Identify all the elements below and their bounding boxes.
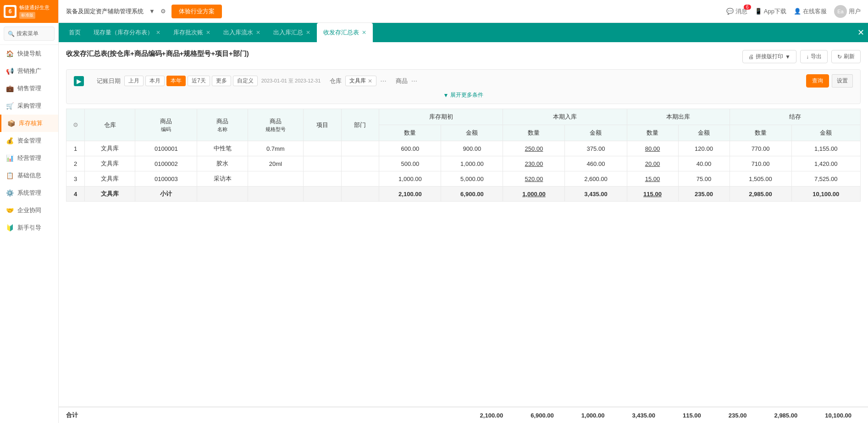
tab-close-icon[interactable]: ✕ xyxy=(156,29,160,36)
online-service-button[interactable]: 👤 在线客服 xyxy=(794,7,827,16)
refresh-button[interactable]: ↻ 刷新 xyxy=(831,50,861,63)
row-goods-name: 胶水 xyxy=(197,156,248,171)
sidebar-item-basic[interactable]: 📋 基础信息 xyxy=(0,167,58,184)
out-qty-link[interactable]: 20.00 xyxy=(645,160,660,167)
row-department xyxy=(341,141,379,156)
date-more[interactable]: 更多 xyxy=(212,76,231,86)
tab-inventory-dist[interactable]: 现存量（库存分布表） ✕ xyxy=(87,23,167,42)
row-goods-name: 中性笔 xyxy=(197,141,248,156)
in-qty-link[interactable]: 230.00 xyxy=(525,160,543,167)
total-in-qty: 1,000.00 xyxy=(581,412,605,419)
tab-close-icon[interactable]: ✕ xyxy=(362,29,366,36)
total-balance-qty: 2,985.00 xyxy=(774,412,798,419)
sidebar-item-purchase[interactable]: 🛒 采购管理 xyxy=(0,97,58,115)
gear-icon[interactable]: ⚙ xyxy=(73,121,78,128)
date-this-year[interactable]: 本年 xyxy=(166,76,186,86)
goods-more-icon[interactable]: ··· xyxy=(411,77,417,85)
tab-batch-ledger[interactable]: 库存批次账 ✕ xyxy=(167,23,217,42)
tab-recv-send-summary[interactable]: 收发存汇总表 ✕ xyxy=(317,23,373,42)
subtotal-empty2 xyxy=(248,187,303,202)
sidebar-item-sales[interactable]: 💼 销售管理 xyxy=(0,80,58,97)
row-out-qty[interactable]: 20.00 xyxy=(627,156,678,171)
tab-home[interactable]: 首页 xyxy=(62,23,87,42)
row-in-qty[interactable]: 250.00 xyxy=(503,141,565,156)
in-qty-link[interactable]: 250.00 xyxy=(525,145,543,152)
sidebar-item-enterprise[interactable]: 🤝 企业协同 xyxy=(0,202,58,219)
close-all-tabs-button[interactable]: ✕ xyxy=(857,27,864,38)
col-header-project: 项目 xyxy=(303,109,341,141)
app-download-button[interactable]: 📱 App下载 xyxy=(755,7,786,16)
print-icon: 🖨 xyxy=(748,54,754,60)
sidebar-item-guide[interactable]: 🔰 新手引导 xyxy=(0,219,58,236)
table-row: 3 文具库 0100003 采访本 1,000.00 5,000.00 520.… xyxy=(66,171,861,187)
col-header-opening-qty: 数量 xyxy=(379,125,441,141)
date-last-month[interactable]: 上月 xyxy=(124,76,144,86)
row-in-qty[interactable]: 230.00 xyxy=(503,156,565,171)
user-menu[interactable]: Ea 用户 xyxy=(834,5,861,18)
row-out-qty[interactable]: 80.00 xyxy=(627,141,678,156)
settings-side-button[interactable]: 设置 xyxy=(832,74,853,88)
col-header-balance-qty: 数量 xyxy=(730,125,791,141)
in-qty-link[interactable]: 520.00 xyxy=(525,176,543,182)
row-out-qty[interactable]: 15.00 xyxy=(627,171,678,187)
finance-icon: 💰 xyxy=(6,137,14,144)
tab-close-icon[interactable]: ✕ xyxy=(256,29,260,36)
page-main: 收发存汇总表(按仓库+商品编码+商品+规格型号+项目+部门) 🖨 拼接版打印 ▼… xyxy=(59,42,868,407)
row-out-amount: 40.00 xyxy=(678,156,730,171)
subtotal-opening-amount: 6,900.00 xyxy=(441,187,503,202)
sidebar-nav: 🏠 快捷导航 📢 营销推广 💼 销售管理 🛒 采购管理 📦 库存核算 💰 资金管… xyxy=(0,45,58,423)
tab-close-icon[interactable]: ✕ xyxy=(306,29,310,36)
out-qty-link[interactable]: 80.00 xyxy=(645,145,660,152)
main-area: 装备及固定资产辅助管理系统 ▼ ⚙ 体验行业方案 💬 消息 6 📱 App下载 … xyxy=(59,0,868,423)
tab-in-out-flow[interactable]: 出入库流水 ✕ xyxy=(217,23,267,42)
row-goods-spec xyxy=(248,171,303,187)
date-last-7days[interactable]: 近7天 xyxy=(188,76,210,86)
message-button[interactable]: 💬 消息 6 xyxy=(726,7,747,16)
export-button[interactable]: ↓ 导出 xyxy=(800,50,828,63)
warehouse-more-icon[interactable]: ··· xyxy=(380,77,386,85)
date-range-display: 2023-01-01 至 2023-12-31 xyxy=(261,77,321,84)
warehouse-tag[interactable]: 文具库 ✕ xyxy=(345,76,376,86)
subtotal-in-qty-link[interactable]: 1,000.00 xyxy=(522,191,546,198)
row-warehouse: 文具库 xyxy=(85,156,135,171)
date-filter: 记账日期 上月 本月 本年 近7天 更多 自定义 2023-01-01 至 20… xyxy=(97,76,321,86)
guide-icon: 🔰 xyxy=(6,224,14,231)
row-balance-amount: 1,155.00 xyxy=(791,141,860,156)
total-in-amount: 3,435.00 xyxy=(632,412,655,419)
warehouse-tag-close[interactable]: ✕ xyxy=(368,78,372,84)
row-balance-amount: 7,525.00 xyxy=(791,171,860,187)
col-header-opening: 库存期初 xyxy=(379,109,503,125)
sidebar-item-finance[interactable]: 💰 资金管理 xyxy=(0,132,58,149)
col-header-goods-name: 商品名称 xyxy=(197,109,248,141)
subtotal-empty1 xyxy=(197,187,248,202)
settings-icon[interactable]: ⚙ xyxy=(160,8,166,15)
online-service-label: 在线客服 xyxy=(803,7,827,16)
experience-button[interactable]: 体验行业方案 xyxy=(171,5,222,18)
row-goods-code: 0100001 xyxy=(135,141,197,156)
total-balance-amount: 10,100.00 xyxy=(825,412,851,419)
sidebar-item-inventory[interactable]: 📦 库存核算 xyxy=(0,115,58,132)
row-opening-qty: 1,000.00 xyxy=(379,171,441,187)
col-header-opening-amount: 金额 xyxy=(441,125,503,141)
out-qty-link[interactable]: 15.00 xyxy=(645,176,660,182)
search-menu-button[interactable]: 🔍 搜索菜单 xyxy=(4,27,55,41)
expand-filter-button[interactable]: ▼ 展开更多条件 xyxy=(74,91,853,99)
query-button[interactable]: 查询 xyxy=(806,74,829,88)
sidebar-item-quick-nav[interactable]: 🏠 快捷导航 xyxy=(0,45,58,62)
date-custom[interactable]: 自定义 xyxy=(233,76,258,86)
sidebar-item-marketing[interactable]: 📢 营销推广 xyxy=(0,62,58,80)
dropdown-arrow-icon: ▼ xyxy=(149,8,155,15)
sidebar-item-system[interactable]: ⚙️ 系统管理 xyxy=(0,184,58,202)
sidebar-item-operation[interactable]: 📊 经营管理 xyxy=(0,149,58,167)
message-icon: 💬 xyxy=(726,8,734,15)
system-dropdown[interactable]: ▼ xyxy=(149,8,155,15)
date-this-month[interactable]: 本月 xyxy=(145,76,165,86)
subtotal-out-qty-link[interactable]: 115.00 xyxy=(643,191,662,198)
filter-toggle-button[interactable]: ▶ xyxy=(74,76,84,86)
warehouse-filter-label: 仓库 xyxy=(330,77,342,85)
tab-in-out-summary[interactable]: 出入库汇总 ✕ xyxy=(267,23,317,42)
print-button[interactable]: 🖨 拼接版打印 ▼ xyxy=(742,50,796,63)
tab-close-icon[interactable]: ✕ xyxy=(206,29,210,36)
expand-label: 展开更多条件 xyxy=(450,91,483,99)
row-in-qty[interactable]: 520.00 xyxy=(503,171,565,187)
